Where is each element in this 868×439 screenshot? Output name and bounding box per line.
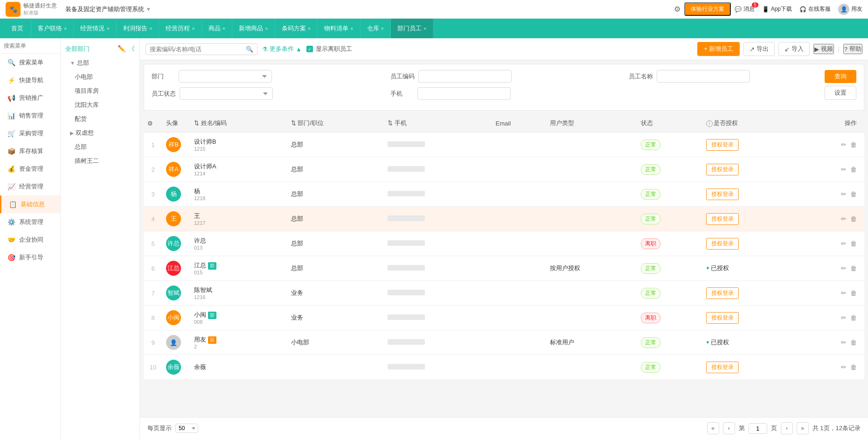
tab-operations[interactable]: 经营情况 ×	[74, 19, 116, 38]
sidebar-item-finance[interactable]: 💰 资金管理	[0, 160, 60, 178]
next-page-button[interactable]: ›	[781, 422, 793, 434]
last-page-button[interactable]: »	[797, 422, 809, 434]
dept-item-dual[interactable]: ▶ 双虐想	[61, 126, 139, 140]
sort-icon[interactable]: ⇅	[194, 119, 199, 126]
settings-icon[interactable]: ⚙	[674, 5, 681, 14]
authorize-button[interactable]: 授权登录	[706, 164, 739, 175]
app-download-button[interactable]: 📱 App下载	[762, 5, 792, 13]
authorize-button[interactable]: 授权登录	[706, 188, 739, 200]
sidebar-item-search[interactable]: 🔍 搜索菜单	[0, 54, 60, 71]
online-service-button[interactable]: 🎧 在线客服	[799, 5, 831, 13]
tab-bom[interactable]: 物料清单 ×	[318, 19, 360, 38]
dept-collapse-icon[interactable]: 《	[128, 45, 135, 53]
add-employee-button[interactable]: + 新增员工	[697, 42, 740, 56]
edit-icon[interactable]: ✏	[841, 363, 847, 371]
tab-barcode[interactable]: 条码方案 ×	[275, 19, 318, 38]
sidebar-item-basic-info[interactable]: 📋 基础信息	[0, 195, 60, 213]
tab-warehouse[interactable]: 仓库 ×	[361, 19, 391, 38]
close-icon[interactable]: ×	[192, 26, 194, 31]
first-page-button[interactable]: «	[707, 422, 719, 434]
employee-name-input[interactable]	[657, 70, 750, 83]
dept-item-head[interactable]: ▼ 总部	[61, 56, 139, 70]
page-size-select[interactable]: 50 100	[175, 424, 198, 433]
show-resigned-checkbox[interactable]: ✓	[306, 46, 313, 52]
close-icon[interactable]: ×	[308, 26, 311, 31]
dept-edit-icon[interactable]: ✏️	[118, 45, 125, 53]
delete-icon[interactable]: 🗑	[850, 289, 857, 297]
dept-sub-item-charuwang[interactable]: 插树王二	[61, 154, 139, 168]
system-dropdown-icon[interactable]: ▾	[147, 6, 150, 13]
sidebar-item-purchase[interactable]: 🛒 采购管理	[0, 125, 60, 142]
phone-filter-input[interactable]	[417, 87, 511, 100]
employee-code-input[interactable]	[418, 70, 512, 83]
dept-sub-item-shenyang[interactable]: 沈阳大库	[61, 98, 139, 112]
user-menu-button[interactable]: 👤 用友	[838, 4, 862, 15]
dept-sub-item-small-elec[interactable]: 小电部	[61, 70, 139, 84]
edit-icon[interactable]: ✏	[841, 190, 847, 198]
search-input[interactable]	[150, 46, 243, 53]
dept-sub-item-headquarters[interactable]: 总部	[61, 140, 139, 154]
edit-icon[interactable]: ✏	[841, 289, 847, 297]
import-button[interactable]: ↙ 导入	[778, 42, 810, 56]
help-button[interactable]: ? 帮助	[843, 44, 862, 54]
dept-filter-select[interactable]	[179, 70, 272, 83]
page-number-input[interactable]	[749, 423, 767, 434]
sidebar-item-inventory[interactable]: 📦 库存核算	[0, 142, 60, 160]
sidebar-item-collab[interactable]: 🤝 企业协同	[0, 231, 60, 249]
view-button[interactable]: ▶ 视频	[813, 44, 834, 54]
delete-icon[interactable]: 🗑	[850, 215, 857, 223]
sidebar-item-system[interactable]: ⚙️ 系统管理	[0, 213, 60, 231]
column-settings-icon[interactable]: ⚙	[147, 120, 153, 127]
sidebar-item-sales[interactable]: 📊 销售管理	[0, 107, 60, 125]
sort-icon[interactable]: ⇅	[291, 119, 296, 126]
show-resigned-toggle[interactable]: ✓ 显示离职员工	[306, 45, 352, 53]
close-icon[interactable]: ×	[149, 26, 152, 31]
authorize-button[interactable]: 授权登录	[706, 287, 739, 299]
tab-dept-employee[interactable]: 部门员工 ×	[391, 19, 433, 38]
sort-icon[interactable]: ⇅	[388, 119, 393, 126]
edit-icon[interactable]: ✏	[841, 265, 847, 272]
authorize-button[interactable]: 授权登录	[706, 362, 739, 373]
edit-icon[interactable]: ✏	[841, 141, 847, 148]
close-icon[interactable]: ×	[350, 26, 353, 31]
tab-add-goods[interactable]: 新增商品 ×	[232, 19, 275, 38]
trial-button[interactable]: 体验行业方案	[684, 2, 731, 16]
dept-sub-item-distribution[interactable]: 配货	[61, 112, 139, 126]
sidebar-item-marketing[interactable]: 📢 营销推广	[0, 89, 60, 107]
dept-sub-item-project-room[interactable]: 项目库房	[61, 84, 139, 98]
edit-icon[interactable]: ✏	[841, 314, 847, 321]
tab-goods[interactable]: 商品 ×	[202, 19, 232, 38]
more-conditions-button[interactable]: ⚗ 更多条件 ▲	[262, 45, 302, 53]
message-button[interactable]: 💬 消息 5	[735, 5, 755, 13]
delete-icon[interactable]: 🗑	[850, 339, 857, 346]
prev-page-button[interactable]: ‹	[723, 422, 735, 434]
edit-icon[interactable]: ✏	[841, 166, 847, 173]
authorize-button[interactable]: 授权登录	[706, 312, 739, 324]
close-icon[interactable]: ×	[222, 26, 225, 31]
sidebar-item-quicknav[interactable]: ⚡ 快捷导航	[0, 71, 60, 89]
tab-profit[interactable]: 利润报告 ×	[117, 19, 159, 38]
tab-customer[interactable]: 客户联络 ×	[31, 19, 74, 38]
close-icon[interactable]: ×	[106, 26, 109, 31]
delete-icon[interactable]: 🗑	[850, 363, 857, 371]
delete-icon[interactable]: 🗑	[850, 240, 857, 247]
delete-icon[interactable]: 🗑	[850, 166, 857, 173]
authorize-button[interactable]: 授权登录	[706, 238, 739, 250]
close-icon[interactable]: ×	[381, 26, 384, 31]
authorize-button[interactable]: 授权登录	[706, 213, 739, 225]
query-button[interactable]: 查询	[825, 70, 856, 83]
delete-icon[interactable]: 🗑	[850, 190, 857, 198]
close-icon[interactable]: ×	[64, 26, 67, 31]
export-button[interactable]: ↗ 导出	[743, 42, 775, 56]
delete-icon[interactable]: 🗑	[850, 265, 857, 272]
edit-icon[interactable]: ✏	[841, 215, 847, 223]
close-icon[interactable]: ×	[265, 26, 268, 31]
close-icon[interactable]: ×	[424, 26, 426, 31]
edit-icon[interactable]: ✏	[841, 339, 847, 346]
sidebar-item-management[interactable]: 📈 经营管理	[0, 178, 60, 195]
tab-history[interactable]: 经营历程 ×	[159, 19, 201, 38]
status-filter-select[interactable]	[180, 87, 273, 100]
sidebar-search-input[interactable]	[4, 42, 61, 49]
delete-icon[interactable]: 🗑	[850, 314, 857, 321]
sidebar-item-guide[interactable]: 🎯 新手引导	[0, 249, 60, 266]
